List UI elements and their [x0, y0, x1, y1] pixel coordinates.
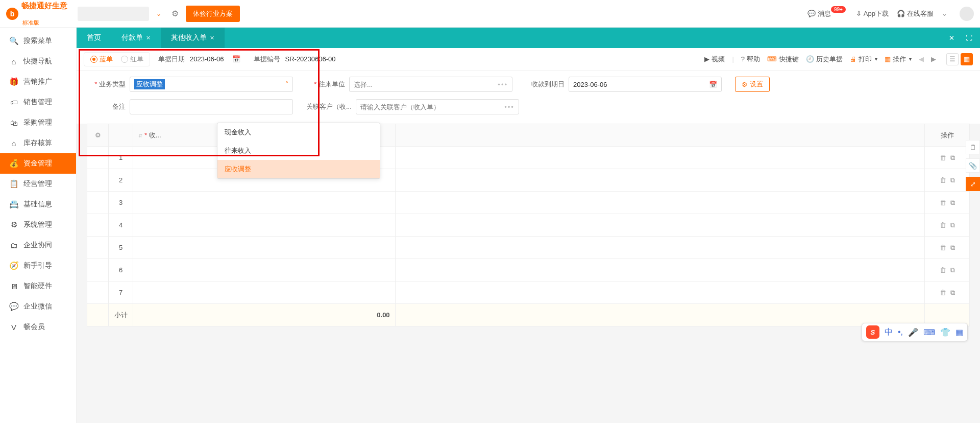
copy-icon[interactable]: ⧉: [950, 221, 955, 229]
doc-date-label: 单据日期: [158, 55, 185, 64]
attach-icon[interactable]: 📎: [966, 158, 980, 173]
dropdown-option-adjust[interactable]: 应收调整: [217, 160, 380, 178]
sidebar-item-sales[interactable]: 🏷销售管理: [0, 92, 76, 112]
due-date-label: 收款到期日: [526, 80, 565, 89]
chevron-down-icon[interactable]: ⌄: [942, 10, 947, 17]
radio-blue[interactable]: 蓝单: [90, 55, 113, 64]
sidebar-item-inventory[interactable]: ⌂库存核算: [0, 133, 76, 153]
dropdown-option-ar[interactable]: 往来收入: [217, 142, 380, 160]
expand-tool-icon[interactable]: ⤢: [966, 177, 980, 191]
delete-icon[interactable]: 🗑: [940, 244, 946, 251]
sidebar-item-system[interactable]: ⚙系统管理: [0, 215, 76, 235]
counterparty-input[interactable]: [354, 81, 498, 88]
info-icon: 📇: [9, 200, 18, 209]
copy-icon[interactable]: ⧉: [950, 176, 955, 184]
sidebar-item-search[interactable]: 🔍搜索菜单: [0, 31, 76, 51]
chevron-down-icon: ⌄: [156, 10, 161, 17]
sidebar-item-member[interactable]: V畅会员: [0, 317, 76, 337]
calendar-icon[interactable]: 📅: [232, 55, 240, 63]
play-icon: ▶: [704, 55, 709, 63]
copy-icon[interactable]: ⧉: [950, 154, 955, 161]
messages-button[interactable]: 💬 消息 99+: [807, 9, 848, 18]
try-plan-button[interactable]: 体验行业方案: [186, 6, 240, 22]
remark-input[interactable]: [130, 99, 293, 114]
counterparty-select[interactable]: •••: [349, 77, 512, 92]
col-index: [109, 124, 133, 147]
copy-icon[interactable]: ⧉: [950, 289, 955, 296]
sidebar-item-purchase[interactable]: 🛍采购管理: [0, 112, 76, 133]
tab-payment[interactable]: 付款单✕: [111, 28, 161, 48]
mic-icon[interactable]: 🎤: [908, 327, 918, 337]
calendar-icon[interactable]: 📅: [709, 81, 717, 88]
biz-type-value: 应收调整: [134, 79, 165, 89]
brand-logo: b: [6, 8, 18, 20]
gear-icon[interactable]: ⚙: [172, 9, 179, 18]
close-icon[interactable]: ✕: [210, 35, 214, 41]
dropdown-option-cash[interactable]: 现金收入: [217, 123, 380, 142]
expand-icon[interactable]: ⛶: [963, 32, 975, 44]
due-date-input[interactable]: 2023-06-06 📅: [569, 77, 722, 92]
delete-icon[interactable]: 🗑: [940, 154, 946, 161]
note-icon[interactable]: 🗒: [966, 140, 980, 154]
table-row[interactable]: 4 🗑⧉: [87, 214, 970, 237]
ime-lang[interactable]: 中: [885, 327, 893, 338]
sidebar-item-enterprise[interactable]: 🗂企业协同: [0, 235, 76, 255]
delete-icon[interactable]: 🗑: [940, 221, 946, 229]
tab-home[interactable]: 首页: [77, 28, 111, 48]
biz-type-select[interactable]: 应收调整 ˄: [130, 77, 293, 92]
tag-icon: 🏷: [9, 98, 18, 107]
related-customer-input[interactable]: •••: [356, 99, 519, 114]
brand: b 畅捷通好生意 标准版: [6, 1, 67, 27]
chevron-up-icon: ˄: [285, 81, 288, 88]
skin-icon[interactable]: 👕: [940, 327, 950, 337]
org-selector[interactable]: ⌄: [78, 7, 165, 21]
copy-icon[interactable]: ⧉: [950, 266, 955, 274]
table-row[interactable]: 5 🗑⧉: [87, 237, 970, 259]
copy-icon[interactable]: ⧉: [950, 244, 955, 251]
sidebar-item-basicinfo[interactable]: 📇基础信息: [0, 194, 76, 215]
subtotal-value: 0.00: [133, 304, 396, 326]
next-icon[interactable]: ▶: [931, 55, 936, 63]
app-download-button[interactable]: ⇩ App下载: [856, 9, 889, 18]
sidebar-item-marketing[interactable]: 🎁营销推广: [0, 72, 76, 92]
online-support-button[interactable]: 🎧 在线客服: [897, 9, 934, 18]
sidebar-item-wechat[interactable]: 💬企业微信: [0, 296, 76, 317]
ime-toolbar[interactable]: S 中 •, 🎤 ⌨ 👕 ▦: [862, 323, 968, 341]
delete-icon[interactable]: 🗑: [940, 199, 946, 206]
doc-date-value[interactable]: 2023-06-06: [190, 55, 224, 63]
close-all-icon[interactable]: ✕: [945, 32, 958, 44]
close-icon[interactable]: ✕: [146, 35, 151, 41]
delete-icon[interactable]: 🗑: [940, 176, 946, 184]
avatar[interactable]: [960, 7, 974, 21]
doc-toolbar: 蓝单 红单 单据日期 2023-06-06 📅 单据编号 SR-20230606…: [77, 48, 980, 70]
tab-other-income[interactable]: 其他收入单✕: [161, 28, 225, 48]
table-row[interactable]: 6 🗑⧉: [87, 259, 970, 281]
delete-icon[interactable]: 🗑: [940, 289, 946, 296]
more-icon[interactable]: •••: [504, 103, 514, 111]
shortcut-button[interactable]: ⌨快捷键: [767, 55, 799, 64]
keyboard-icon[interactable]: ⌨: [923, 327, 935, 337]
settings-button[interactable]: ⚙设置: [735, 77, 770, 92]
ime-punct-icon[interactable]: •,: [898, 327, 903, 337]
gear-icon[interactable]: ⚙: [95, 131, 101, 139]
more-icon[interactable]: •••: [498, 81, 508, 88]
sidebar-item-quicknav[interactable]: ⌂快捷导航: [0, 51, 76, 72]
history-button[interactable]: 🕘历史单据: [806, 55, 843, 64]
sidebar-item-hardware[interactable]: 🖥智能硬件: [0, 276, 76, 296]
view-card-button[interactable]: ▦: [961, 53, 973, 65]
sidebar-item-operation[interactable]: 📋经营管理: [0, 174, 76, 194]
table-row[interactable]: 3 🗑⧉: [87, 192, 970, 214]
copy-icon[interactable]: ⧉: [950, 199, 955, 206]
table-row[interactable]: 7 🗑⧉: [87, 281, 970, 304]
radio-red[interactable]: 红单: [121, 55, 143, 64]
video-button[interactable]: ▶视频: [704, 55, 725, 64]
view-list-button[interactable]: ☰: [946, 53, 959, 65]
sidebar-item-guide[interactable]: 🧭新手引导: [0, 255, 76, 276]
print-button[interactable]: 🖨打印▾: [850, 55, 877, 64]
grid-icon[interactable]: ▦: [955, 327, 963, 337]
sidebar-item-funds[interactable]: 💰资金管理: [0, 153, 76, 174]
operations-button[interactable]: ▦操作▾: [885, 55, 912, 64]
help-button[interactable]: ?帮助: [741, 55, 760, 64]
prev-icon: ◀: [919, 55, 924, 63]
delete-icon[interactable]: 🗑: [940, 266, 946, 274]
